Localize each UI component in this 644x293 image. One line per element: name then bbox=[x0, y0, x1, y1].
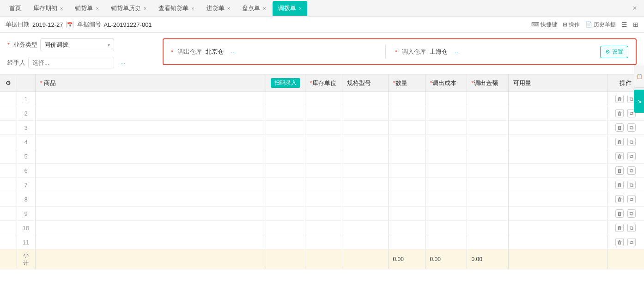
row-spec-cell[interactable] bbox=[342, 121, 388, 135]
delete-icon[interactable]: 🗑 bbox=[615, 195, 624, 203]
tab-sales-order[interactable]: 销货单 × bbox=[69, 1, 104, 16]
settings-button[interactable]: ⚙ 设置 bbox=[600, 46, 628, 58]
copy-icon[interactable]: ⧉ bbox=[627, 238, 636, 246]
row-unit-cell[interactable] bbox=[305, 135, 342, 149]
row-unit-cell[interactable] bbox=[305, 92, 342, 106]
row-amount-cell[interactable] bbox=[467, 106, 508, 121]
row-cost-cell[interactable] bbox=[425, 121, 467, 135]
layout2-icon[interactable]: ⊞ bbox=[633, 21, 638, 28]
delete-icon[interactable]: 🗑 bbox=[615, 109, 624, 117]
row-qty-cell[interactable] bbox=[388, 149, 425, 164]
tab-inventory-check[interactable]: 盘点单 × bbox=[237, 1, 271, 16]
row-spec-cell[interactable] bbox=[342, 207, 388, 221]
copy-icon[interactable]: ⧉ bbox=[627, 123, 636, 132]
row-spec-cell[interactable] bbox=[342, 92, 388, 106]
out-warehouse-more-btn[interactable]: ··· bbox=[231, 49, 236, 55]
row-qty-cell[interactable] bbox=[388, 121, 425, 135]
row-qty-cell[interactable] bbox=[388, 192, 425, 207]
in-warehouse-value[interactable]: 上海仓 bbox=[430, 48, 448, 56]
calendar-icon[interactable]: 📅 bbox=[66, 21, 73, 28]
delete-icon[interactable]: 🗑 bbox=[615, 209, 624, 218]
row-qty-cell[interactable] bbox=[388, 164, 425, 178]
row-qty-cell[interactable] bbox=[388, 235, 425, 250]
row-product-cell[interactable] bbox=[35, 106, 266, 121]
row-unit-cell[interactable] bbox=[305, 178, 342, 192]
copy-icon[interactable]: ⧉ bbox=[627, 224, 636, 232]
handler-input[interactable] bbox=[28, 57, 114, 68]
row-spec-cell[interactable] bbox=[342, 149, 388, 164]
row-spec-cell[interactable] bbox=[342, 192, 388, 207]
business-type-select[interactable]: 同价调拨 ▾ bbox=[40, 38, 114, 51]
right-panel-doc-btn[interactable]: 📋 bbox=[634, 65, 644, 88]
row-amount-cell[interactable] bbox=[467, 221, 508, 235]
row-spec-cell[interactable] bbox=[342, 135, 388, 149]
delete-icon[interactable]: 🗑 bbox=[615, 238, 624, 246]
tab-purchase-order[interactable]: 进货单 × bbox=[201, 1, 236, 16]
delete-icon[interactable]: 🗑 bbox=[615, 95, 624, 103]
copy-icon[interactable]: ⧉ bbox=[627, 181, 636, 189]
row-cost-cell[interactable] bbox=[425, 149, 467, 164]
tab-sales-history[interactable]: 销货单历史 × bbox=[105, 1, 152, 16]
row-product-cell[interactable] bbox=[35, 92, 266, 106]
tab-inventory-init[interactable]: 库存期初 × bbox=[28, 1, 68, 16]
row-amount-cell[interactable] bbox=[467, 192, 508, 207]
row-cost-cell[interactable] bbox=[425, 106, 467, 121]
delete-icon[interactable]: 🗑 bbox=[615, 224, 624, 232]
col-scan-header[interactable]: 扫码录入 bbox=[266, 74, 305, 92]
col-gear-header[interactable]: ⚙ bbox=[0, 74, 17, 92]
handler-more-btn[interactable]: ··· bbox=[121, 60, 125, 66]
row-amount-cell[interactable] bbox=[467, 235, 508, 250]
row-qty-cell[interactable] bbox=[388, 178, 425, 192]
copy-icon[interactable]: ⧉ bbox=[627, 195, 636, 203]
delete-icon[interactable]: 🗑 bbox=[615, 123, 624, 132]
out-warehouse-value[interactable]: 北京仓 bbox=[206, 48, 224, 56]
row-unit-cell[interactable] bbox=[305, 235, 342, 250]
row-cost-cell[interactable] bbox=[425, 135, 467, 149]
row-product-cell[interactable] bbox=[35, 135, 266, 149]
window-close-button[interactable]: × bbox=[629, 3, 640, 14]
row-amount-cell[interactable] bbox=[467, 178, 508, 192]
row-product-cell[interactable] bbox=[35, 207, 266, 221]
tab-view-sales[interactable]: 查看销货单 × bbox=[153, 1, 200, 16]
row-unit-cell[interactable] bbox=[305, 149, 342, 164]
tab-purchase-order-close[interactable]: × bbox=[227, 6, 230, 11]
row-product-cell[interactable] bbox=[35, 149, 266, 164]
row-cost-cell[interactable] bbox=[425, 178, 467, 192]
row-qty-cell[interactable] bbox=[388, 221, 425, 235]
tab-sales-order-close[interactable]: × bbox=[96, 6, 98, 11]
row-product-cell[interactable] bbox=[35, 164, 266, 178]
scan-btn[interactable]: 扫码录入 bbox=[271, 78, 300, 88]
row-unit-cell[interactable] bbox=[305, 207, 342, 221]
row-product-cell[interactable] bbox=[35, 121, 266, 135]
history-btn[interactable]: 📄 历史单据 bbox=[585, 21, 616, 29]
row-qty-cell[interactable] bbox=[388, 135, 425, 149]
row-unit-cell[interactable] bbox=[305, 221, 342, 235]
date-value[interactable]: 2019-12-27 bbox=[32, 21, 63, 28]
row-cost-cell[interactable] bbox=[425, 192, 467, 207]
row-cost-cell[interactable] bbox=[425, 92, 467, 106]
row-unit-cell[interactable] bbox=[305, 192, 342, 207]
row-cost-cell[interactable] bbox=[425, 235, 467, 250]
row-spec-cell[interactable] bbox=[342, 178, 388, 192]
tab-inventory-check-close[interactable]: × bbox=[263, 6, 266, 11]
copy-icon[interactable]: ⧉ bbox=[627, 209, 636, 218]
layout-icon[interactable]: ☰ bbox=[621, 21, 627, 28]
row-product-cell[interactable] bbox=[35, 221, 266, 235]
delete-icon[interactable]: 🗑 bbox=[615, 166, 624, 175]
row-spec-cell[interactable] bbox=[342, 164, 388, 178]
tab-transfer-order[interactable]: 调拨单 × bbox=[273, 1, 307, 16]
row-cost-cell[interactable] bbox=[425, 207, 467, 221]
row-cost-cell[interactable] bbox=[425, 221, 467, 235]
row-amount-cell[interactable] bbox=[467, 135, 508, 149]
row-amount-cell[interactable] bbox=[467, 92, 508, 106]
operations-btn[interactable]: ⊞ 操作 bbox=[563, 21, 580, 29]
delete-icon[interactable]: 🗑 bbox=[615, 181, 624, 189]
shortcuts-btn[interactable]: ⌨ 快捷键 bbox=[531, 21, 557, 29]
row-amount-cell[interactable] bbox=[467, 164, 508, 178]
copy-icon[interactable]: ⧉ bbox=[627, 166, 636, 175]
row-product-cell[interactable] bbox=[35, 235, 266, 250]
tab-home[interactable]: 首页 bbox=[4, 1, 27, 16]
tab-sales-history-close[interactable]: × bbox=[144, 6, 146, 11]
row-qty-cell[interactable] bbox=[388, 207, 425, 221]
copy-icon[interactable]: ⧉ bbox=[627, 152, 636, 160]
